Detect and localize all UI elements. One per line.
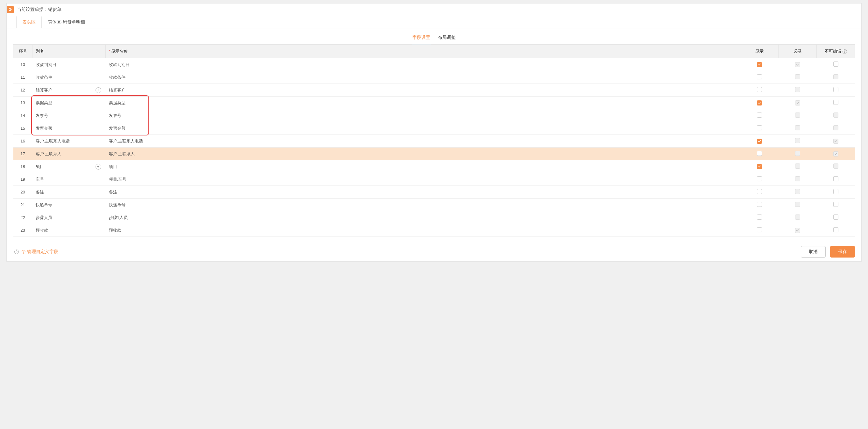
manage-custom-fields-link[interactable]: 管理自定义字段: [21, 249, 58, 255]
table-row: 16客户.主联系人电话客户.主联系人电话: [13, 135, 855, 148]
row-column-name: 收款到期日: [32, 58, 106, 71]
subtab-layout-adjust[interactable]: 布局调整: [437, 33, 456, 44]
row-index: 11: [13, 71, 32, 84]
required-checkbox: [795, 113, 800, 118]
required-checkbox: [795, 74, 800, 79]
row-column-name: 车号: [32, 173, 106, 186]
col-display-label: 显示名称: [111, 49, 128, 54]
show-checkbox[interactable]: [757, 101, 762, 106]
table-container: 序号 列名 *显示名称 显示 必录 不可编辑? 10收款到期日收款到期日11收款…: [7, 44, 861, 240]
locked-checkbox[interactable]: [833, 202, 838, 207]
required-checkbox: [795, 202, 800, 207]
show-checkbox[interactable]: [757, 227, 762, 232]
row-display-name[interactable]: 快递单号: [106, 199, 740, 211]
row-display-name[interactable]: 结算客户: [106, 84, 740, 96]
row-display-name[interactable]: 预收款: [106, 224, 740, 237]
locked-checkbox: [833, 151, 838, 156]
tab-body-area[interactable]: 表体区-销货单明细: [42, 16, 91, 28]
required-checkbox: [795, 228, 800, 233]
expand-field-button[interactable]: +: [95, 164, 101, 170]
locked-checkbox: [833, 139, 838, 144]
row-column-name: 票据类型: [32, 96, 106, 109]
row-column-name: 结算客户+: [32, 84, 106, 96]
show-checkbox[interactable]: [757, 214, 762, 220]
expand-field-button[interactable]: +: [95, 87, 101, 93]
help-icon[interactable]: ?: [842, 49, 847, 54]
col-name-header: 列名: [32, 45, 106, 58]
row-display-name[interactable]: 发票金额: [106, 122, 740, 135]
table-row: 11收款条件收款条件: [13, 71, 855, 84]
manage-link-label: 管理自定义字段: [27, 249, 58, 255]
row-display-name[interactable]: 客户.主联系人电话: [106, 135, 740, 148]
show-checkbox[interactable]: [757, 74, 762, 79]
locked-checkbox[interactable]: [833, 214, 838, 220]
main-tabs: 表头区表体区-销货单明细: [7, 16, 861, 28]
required-checkbox: [795, 138, 800, 143]
show-checkbox[interactable]: [757, 62, 762, 67]
row-column-name: 快递单号: [32, 199, 106, 211]
required-checkbox: [795, 176, 800, 181]
show-checkbox[interactable]: [757, 189, 762, 194]
row-display-name[interactable]: 发票号: [106, 109, 740, 122]
locked-checkbox[interactable]: [833, 176, 838, 181]
expand-icon[interactable]: [7, 6, 14, 13]
row-index: 14: [13, 109, 32, 122]
row-column-name: 项目+: [32, 160, 106, 173]
row-index: 15: [13, 122, 32, 135]
locked-checkbox[interactable]: [833, 87, 838, 92]
row-index: 19: [13, 173, 32, 186]
row-display-name[interactable]: 收款条件: [106, 71, 740, 84]
row-column-name: 发票号: [32, 109, 106, 122]
title-bar: 当前设置单据： 销货单: [7, 3, 861, 16]
row-column-name: 预收款: [32, 224, 106, 237]
required-checkbox: [795, 164, 800, 169]
row-display-name[interactable]: 项目: [106, 160, 740, 173]
locked-checkbox[interactable]: [833, 189, 838, 194]
table-row: 21快递单号快递单号: [13, 199, 855, 211]
row-column-name: 客户.主联系人电话: [32, 135, 106, 148]
required-checkbox: [795, 151, 800, 156]
footer-help-icon[interactable]: ?: [14, 250, 19, 254]
row-index: 13: [13, 96, 32, 109]
row-display-name[interactable]: 客户.主联系人: [106, 148, 740, 160]
col-locked-label: 不可编辑: [825, 49, 841, 54]
row-display-name[interactable]: 票据类型: [106, 96, 740, 109]
locked-checkbox[interactable]: [833, 227, 838, 232]
show-checkbox[interactable]: [757, 151, 762, 156]
row-index: 21: [13, 199, 32, 211]
row-column-name: 客户.主联系人: [32, 148, 106, 160]
locked-checkbox: [833, 164, 838, 169]
required-checkbox: [795, 189, 800, 194]
tab-header-area[interactable]: 表头区: [16, 16, 42, 28]
show-checkbox[interactable]: [757, 202, 762, 207]
required-checkbox: [795, 125, 800, 131]
cancel-button[interactable]: 取消: [801, 246, 826, 258]
row-index: 18: [13, 160, 32, 173]
row-display-name[interactable]: 步骤1人员: [106, 211, 740, 224]
locked-checkbox[interactable]: [833, 61, 838, 67]
subtab-field-settings[interactable]: 字段设置: [412, 33, 431, 44]
row-index: 17: [13, 148, 32, 160]
required-checkbox: [795, 62, 800, 67]
locked-checkbox[interactable]: [833, 100, 838, 105]
row-display-name[interactable]: 备注: [106, 186, 740, 199]
table-row: 20备注备注: [13, 186, 855, 199]
row-column-name: 步骤人员: [32, 211, 106, 224]
show-checkbox[interactable]: [757, 113, 762, 118]
row-column-name: 收款条件: [32, 71, 106, 84]
row-display-name[interactable]: 收款到期日: [106, 58, 740, 71]
show-checkbox[interactable]: [757, 87, 762, 92]
sub-tabs: 字段设置布局调整: [7, 28, 861, 44]
show-checkbox[interactable]: [757, 164, 762, 169]
show-checkbox[interactable]: [757, 139, 762, 144]
col-required-header: 必录: [778, 45, 817, 58]
locked-checkbox: [833, 125, 838, 131]
show-checkbox[interactable]: [757, 176, 762, 181]
row-display-name[interactable]: 项目.车号: [106, 173, 740, 186]
footer: ? 管理自定义字段 取消 保存: [7, 242, 861, 261]
table-row: 12结算客户+结算客户: [13, 84, 855, 96]
fields-table: 序号 列名 *显示名称 显示 必录 不可编辑? 10收款到期日收款到期日11收款…: [13, 44, 855, 237]
show-checkbox[interactable]: [757, 125, 762, 131]
row-index: 22: [13, 211, 32, 224]
save-button[interactable]: 保存: [830, 246, 855, 258]
